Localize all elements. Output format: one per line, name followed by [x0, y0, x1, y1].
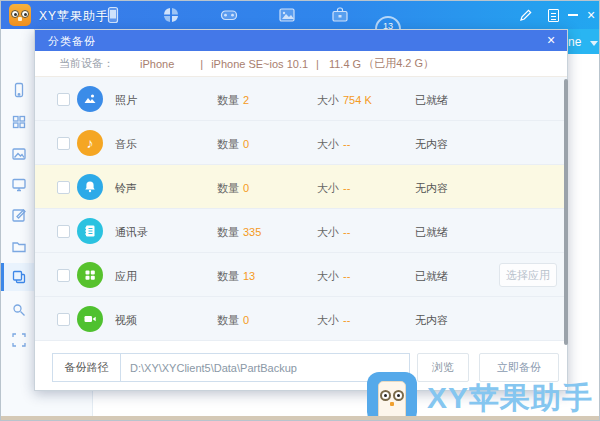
app-title: XY苹果助手 [39, 8, 109, 25]
status-text: 已就绪 [415, 269, 448, 284]
status-text: 已就绪 [415, 93, 448, 108]
current-device-row: 当前设备： iPhone | iPhone SE~ios 10.1 | 11.4… [35, 51, 567, 77]
count-value: 0 [239, 182, 249, 194]
compose-icon [11, 207, 27, 223]
count-label: 数量 [217, 226, 239, 238]
category-name: 视频 [115, 313, 137, 328]
row-apps: 应用 数量13 大小-- 已就绪 选择应用 [35, 253, 567, 297]
count-label: 数量 [217, 270, 239, 282]
size-label: 大小 [317, 270, 339, 282]
device-name: iPhone [140, 58, 174, 70]
music-icon: ♪ [77, 130, 103, 156]
modal-close-button[interactable]: × [543, 32, 559, 48]
owl-eye [21, 10, 29, 18]
modal-header: 分类备份 × [35, 30, 567, 51]
status-text: 已就绪 [415, 225, 448, 240]
count-label: 数量 [217, 138, 239, 150]
size-label: 大小 [317, 314, 339, 326]
titlebar: XY苹果助手 13 × [1, 1, 600, 29]
owl-beak [18, 17, 22, 21]
category-name: 音乐 [115, 137, 137, 152]
separator: | [316, 58, 319, 70]
watermark-logo-icon [367, 372, 417, 421]
modal-title: 分类备份 [48, 34, 96, 49]
music-checkbox[interactable] [57, 137, 70, 150]
size-value: -- [339, 226, 350, 238]
row-contacts: 通讯录 数量335 大小-- 已就绪 [35, 209, 567, 253]
video-camera-icon [77, 306, 103, 332]
watermark-text: XY苹果助手 [427, 378, 593, 419]
app-logo-icon [9, 4, 31, 26]
modal-scrollbar[interactable] [564, 79, 568, 345]
grid-icon [11, 114, 27, 130]
category-name: 铃声 [115, 181, 137, 196]
minimize-button[interactable] [564, 7, 582, 23]
brand-watermark: XY苹果助手 [367, 372, 593, 421]
category-name: 照片 [115, 93, 137, 108]
changelog-icon[interactable] [544, 7, 562, 23]
count-value: 13 [239, 270, 255, 282]
row-videos: 视频 数量0 大小-- 无内容 [35, 297, 567, 341]
ringtones-checkbox[interactable] [57, 181, 70, 194]
magnifier-icon [11, 302, 27, 318]
count-label: 数量 [217, 94, 239, 106]
apps-nav-icon[interactable] [162, 6, 180, 24]
device-capacity: 11.4 G [329, 58, 361, 70]
videos-checkbox[interactable] [57, 313, 70, 326]
current-device-label: 当前设备： [59, 56, 114, 71]
device-nav-icon[interactable] [104, 6, 122, 24]
row-ringtones: 铃声 数量0 大小-- 无内容 [35, 165, 567, 209]
ringtone-bell-icon [77, 174, 103, 200]
size-value: -- [339, 138, 350, 150]
contacts-checkbox[interactable] [57, 225, 70, 238]
size-label: 大小 [317, 182, 339, 194]
count-label: 数量 [217, 182, 239, 194]
contacts-icon [77, 218, 103, 244]
size-label: 大小 [317, 138, 339, 150]
backup-modal: 分类备份 × 当前设备： iPhone | iPhone SE~ios 10.1… [34, 29, 568, 391]
size-value: 754 K [339, 94, 372, 106]
category-name: 通讯录 [115, 225, 148, 240]
wallpaper-nav-icon[interactable] [278, 6, 296, 24]
folder-icon [11, 239, 27, 255]
backup-path-group: 备份路径 D:\XY\XYClient5\Data\PartBackup [52, 353, 410, 382]
copy-icon [11, 269, 27, 285]
feedback-pencil-icon[interactable] [517, 7, 535, 23]
count-value: 2 [239, 94, 249, 106]
size-value: -- [339, 314, 350, 326]
count-value: 0 [239, 138, 249, 150]
row-photos: 照片 数量2 大小754 K 已就绪 [35, 77, 567, 121]
close-window-button[interactable]: × [582, 7, 600, 23]
monitor-icon [11, 177, 27, 193]
photos-icon [77, 86, 103, 112]
category-name: 应用 [115, 269, 137, 284]
image-icon [11, 146, 27, 162]
apps-checkbox[interactable] [57, 269, 70, 282]
count-value: 0 [239, 314, 249, 326]
size-label: 大小 [317, 226, 339, 238]
device-used: （已用4.2 G） [363, 56, 434, 71]
window-bottom-edge [1, 416, 600, 420]
device-model: iPhone SE~ios 10.1 [211, 58, 308, 70]
games-nav-icon[interactable] [220, 6, 238, 24]
app-window: XY苹果助手 13 × iPhone [0, 0, 600, 421]
toolbox-nav-icon[interactable] [331, 6, 349, 24]
status-text: 无内容 [415, 313, 448, 328]
photos-checkbox[interactable] [57, 93, 70, 106]
backup-category-list: 照片 数量2 大小754 K 已就绪 ♪ 音乐 数量0 大小-- 无内容 铃声 … [35, 77, 567, 341]
size-value: -- [339, 182, 350, 194]
size-label: 大小 [317, 94, 339, 106]
row-music: ♪ 音乐 数量0 大小-- 无内容 [35, 121, 567, 165]
chevron-down-icon[interactable] [590, 41, 598, 46]
size-value: -- [339, 270, 350, 282]
count-label: 数量 [217, 314, 239, 326]
count-value: 335 [239, 226, 261, 238]
separator: | [200, 58, 203, 70]
status-text: 无内容 [415, 181, 448, 196]
apps-grid-icon [77, 262, 103, 288]
phone-icon [11, 82, 27, 98]
backup-path-input[interactable]: D:\XY\XYClient5\Data\PartBackup [121, 354, 409, 381]
scan-corners-icon [11, 332, 27, 348]
select-apps-button[interactable]: 选择应用 [499, 263, 557, 287]
backup-path-label: 备份路径 [53, 354, 121, 381]
